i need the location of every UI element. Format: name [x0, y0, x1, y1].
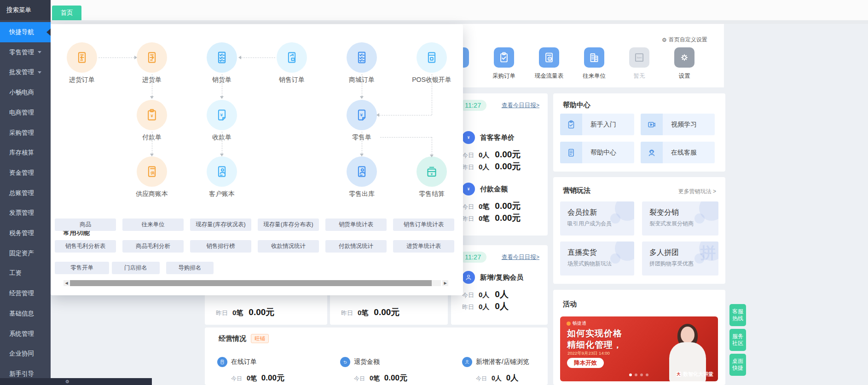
marketing-item-裂变分销[interactable]: 裂变分销裂变式发展分销商 — [642, 201, 718, 236]
sidebar-item-基础信息[interactable]: 基础信息 — [0, 304, 51, 324]
flow-node-客户账本[interactable] — [207, 156, 237, 187]
quick-button-客服热线[interactable]: 客服热线 — [729, 304, 746, 326]
yen-icon: ¥ — [462, 131, 475, 144]
marketing-item-多人拼团[interactable]: 拼多人拼团拼团购物享受优惠 — [642, 241, 718, 276]
arrowhead-down-icon — [430, 155, 434, 157]
help-item-在线客服[interactable]: 在线客服 — [641, 142, 715, 163]
sidebar-item-固定资产[interactable]: 固定资产 — [0, 243, 51, 264]
function-button-商品毛利分析[interactable]: 商品毛利分析 — [122, 240, 184, 253]
svg-text:¥: ¥ — [360, 112, 363, 117]
quick-button-服务社区[interactable]: 服务社区 — [729, 329, 746, 351]
flow-node-进货单[interactable] — [137, 42, 167, 73]
function-button-收款情况统计[interactable]: 收款情况统计 — [258, 240, 319, 253]
marketing-item-会员拉新[interactable]: 会员拉新吸引用户成为会员 — [560, 201, 634, 236]
sidebar-item-批发管理[interactable]: 批发管理 — [0, 62, 51, 82]
function-button-导购排名[interactable]: 导购排名 — [166, 262, 214, 274]
flow-node-收款单[interactable]: ¥ — [207, 100, 237, 130]
daily-report-link[interactable]: 查看今日日报> — [502, 102, 539, 109]
scrollbar-thumb[interactable] — [70, 280, 432, 286]
arrowhead-down-icon — [150, 96, 154, 99]
function-button-付款情况统计[interactable]: 付款情况统计 — [325, 240, 387, 253]
flow-node-供应商账本[interactable]: 供 — [137, 156, 167, 187]
function-button-零售开单[interactable]: 零售开单 — [55, 262, 109, 274]
sidebar-item-发票管理[interactable]: 发票管理 — [0, 203, 51, 223]
function-button-门店排名[interactable]: 门店排名 — [112, 262, 160, 274]
sidebar-item-小畅电商[interactable]: 小畅电商 — [0, 82, 51, 103]
function-button-现存量(库存分布表)[interactable]: 现存量(库存分布表) — [258, 218, 319, 231]
flow-node-商城订单[interactable] — [347, 42, 377, 73]
sidebar-item-税务管理[interactable]: 税务管理 — [0, 223, 51, 243]
dot-3[interactable] — [640, 374, 643, 376]
sidebar-item-label: 基础信息 — [9, 310, 34, 318]
metric-day: 今日 — [231, 375, 245, 383]
sidebar-item-库存核算[interactable]: 库存核算 — [0, 143, 51, 163]
flow-node-零售结算[interactable]: ¥ — [417, 156, 447, 187]
tab-home[interactable]: 首页 — [52, 6, 81, 20]
lecture-logo-icon: 大 — [676, 372, 681, 377]
presenter-face — [681, 327, 694, 343]
flow-node-进货订单[interactable] — [67, 42, 97, 73]
flow-node-POS收银开单[interactable] — [417, 42, 447, 73]
function-button-销售毛利分析表[interactable]: 销售毛利分析表 — [55, 240, 116, 253]
function-button-商品[interactable]: 商品 — [55, 218, 116, 231]
sidebar-item-采购管理[interactable]: 采购管理 — [0, 123, 51, 143]
homepage-customize-button[interactable]: ⚙ 首页自定义设置 — [662, 36, 717, 44]
sidebar-item-label: 工资 — [9, 269, 22, 277]
sidebar-item-零售管理[interactable]: 零售管理 — [0, 42, 51, 63]
sidebar-item-资金管理[interactable]: 资金管理 — [0, 163, 51, 183]
sidebar-search-menu[interactable]: 搜索菜单 — [0, 0, 51, 20]
store-tag-badge: 旺铺 — [251, 334, 269, 343]
function-button-往来单位[interactable]: 往来单位 — [122, 218, 184, 231]
help-item-帮助中心[interactable]: 帮助中心 — [560, 142, 634, 163]
stat-day-label: 今日 — [462, 203, 477, 211]
panel-scrollbar[interactable]: ◀ ▶ — [64, 280, 448, 286]
sidebar-item-电商管理[interactable]: 电商管理 — [0, 103, 51, 123]
dot-1[interactable] — [629, 374, 632, 376]
function-button-销售订单统计表[interactable]: 销售订单统计表 — [393, 218, 454, 231]
sidebar-item-企业协同[interactable]: 企业协同 — [0, 344, 51, 364]
scrollbar-track[interactable] — [70, 280, 441, 286]
sidebar-item-总账管理[interactable]: 总账管理 — [0, 183, 51, 203]
shortcut-现金流量表[interactable]: ¥现金流量表 — [529, 47, 569, 80]
dot-4[interactable] — [646, 374, 648, 376]
stat-card-2: 11:27查看今日日报>新增/复购会员今日0人0人昨日0人0人 — [451, 245, 548, 325]
marketing-item-直播卖货[interactable]: 直播卖货场景式购物新玩法 — [560, 241, 634, 276]
shortcut-暂无[interactable]: Icon暂无 — [619, 47, 660, 80]
function-button-现存量(库存状况表)[interactable]: 现存量(库存状况表) — [190, 218, 251, 231]
function-button-销货单统计表[interactable]: 销货单统计表 — [325, 218, 387, 231]
help-item-新手入门[interactable]: 新手入门 — [560, 114, 634, 135]
brand-dot-icon — [567, 322, 571, 326]
quick-button-桌面快捷[interactable]: 桌面快捷 — [729, 354, 746, 376]
function-button-进货单统计表[interactable]: 进货单统计表 — [393, 240, 454, 253]
sidebar-item-经营管理[interactable]: 经营管理 — [0, 283, 51, 304]
shortcut-采购订单[interactable]: 采购订单 — [484, 47, 524, 80]
dot-2[interactable] — [635, 374, 637, 376]
shortcut-往来单位[interactable]: 往来单位 — [574, 47, 614, 80]
banner-pagination-dots[interactable] — [629, 370, 651, 378]
sidebar-item-工资[interactable]: 工资 — [0, 263, 51, 283]
sidebar-item-系统管理[interactable]: 系统管理 — [0, 324, 51, 344]
decor-blob-icon — [694, 213, 705, 224]
sidebar-item-快捷导航[interactable]: 快捷导航 — [0, 22, 51, 42]
doc_person-icon — [354, 164, 370, 179]
calc-icon: ¥ — [539, 47, 559, 68]
help-center-title: 帮助中心 — [563, 101, 590, 109]
flow-node-销货单[interactable] — [207, 42, 237, 73]
help-item-视频学习[interactable]: 视频学习 — [641, 114, 715, 135]
banner-cta-button[interactable]: 降本开效 — [567, 358, 604, 368]
scrollbar-right-arrow[interactable]: ▶ — [442, 280, 448, 286]
flow-label-销售订单: 销售订单 — [257, 76, 326, 84]
sidebar-footer-bar: ⚙ — [0, 378, 152, 385]
sidebar-item-label: 采购管理 — [9, 129, 34, 137]
daily-report-link[interactable]: 查看今日日报> — [502, 253, 539, 261]
scrollbar-left-arrow[interactable]: ◀ — [64, 280, 69, 286]
shortcut-设置[interactable]: 设置 — [664, 47, 705, 80]
flow-node-零售单[interactable]: ¥ — [347, 100, 377, 130]
more-marketing-link[interactable]: 更多营销玩法 > — [678, 188, 716, 195]
activity-banner[interactable]: 畅捷通 如何实现价格 精细化管理， 2022年9月23日 14:00 降本开效 … — [560, 316, 718, 381]
flow-node-付款单[interactable]: ¥ — [137, 100, 167, 130]
flow-node-零售出库[interactable] — [347, 156, 377, 187]
function-button-销售排行榜[interactable]: 销售排行榜 — [190, 240, 251, 253]
flow-node-销售订单[interactable] — [277, 42, 307, 73]
flow-connector — [362, 74, 362, 96]
